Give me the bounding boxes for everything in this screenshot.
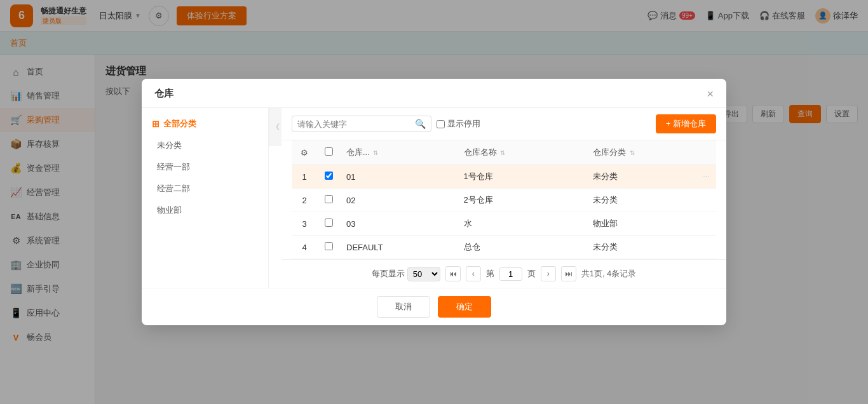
category-item-uncategorized[interactable]: 未分类: [142, 135, 268, 156]
category-label: 物业部: [157, 205, 182, 215]
page-total: 共1页, 4条记录: [581, 268, 637, 279]
row-checkbox[interactable]: [325, 195, 333, 203]
first-page-button[interactable]: ⏮: [445, 266, 461, 281]
row-code: 03: [340, 212, 458, 236]
row-category: 未分类: [587, 189, 716, 212]
row-code: 02: [340, 189, 458, 212]
row-checkbox[interactable]: [325, 172, 333, 180]
row-code: 01: [340, 165, 458, 189]
next-page-icon: ›: [547, 269, 550, 278]
th-code-label: 仓库...: [346, 147, 370, 157]
th-settings: ⚙: [292, 140, 317, 165]
table-toolbar: 🔍 显示停用 + 新增仓库: [281, 108, 726, 140]
row-checkbox[interactable]: [325, 242, 333, 250]
modal-overlay: 仓库 × ⊞ 全部分类 未分类 经营一部 经营二部: [0, 0, 868, 404]
row-name: 水: [458, 212, 587, 236]
row-checkbox-cell: [317, 236, 340, 259]
cancel-button[interactable]: 取消: [377, 296, 430, 318]
th-name-label: 仓库名称: [464, 147, 497, 157]
category-item-ops1[interactable]: 经营一部: [142, 156, 268, 178]
th-checkbox: [317, 140, 340, 165]
warehouse-table: ⚙ 仓库... ⇅ 仓库名称: [292, 140, 716, 259]
search-input[interactable]: [297, 119, 415, 129]
row-name: 2号仓库: [458, 189, 587, 212]
warehouse-table-wrap: ⚙ 仓库... ⇅ 仓库名称: [281, 140, 726, 259]
row-checkbox-cell: [317, 212, 340, 236]
confirm-button[interactable]: 确定: [438, 296, 491, 318]
show-disabled-label[interactable]: 显示停用: [437, 118, 480, 130]
search-input-wrap: 🔍: [292, 116, 431, 132]
table-row[interactable]: 2 02 2号仓库 未分类: [292, 189, 716, 212]
row-actions-icon[interactable]: ···: [703, 171, 710, 180]
row-name: 1号仓库: [458, 165, 587, 189]
pagination: 每页显示 50 10 20 100 ⏮ ‹ 第: [281, 259, 726, 288]
row-category: 未分类···: [587, 165, 716, 189]
prev-page-icon: ‹: [472, 269, 475, 278]
row-name: 总仓: [458, 236, 587, 259]
row-num: 2: [292, 189, 317, 212]
prev-page-button[interactable]: ‹: [466, 266, 481, 281]
th-code: 仓库... ⇅: [340, 140, 458, 165]
show-disabled-checkbox[interactable]: [437, 120, 445, 128]
row-checkbox-cell: [317, 165, 340, 189]
table-row[interactable]: 4 DEFAULT 总仓 未分类: [292, 236, 716, 259]
row-num: 1: [292, 165, 317, 189]
all-categories-label: 全部分类: [163, 118, 196, 130]
collapse-sidebar-button[interactable]: 《: [269, 108, 281, 146]
row-code: DEFAULT: [340, 236, 458, 259]
category-label: 经营二部: [157, 184, 190, 193]
next-page-button[interactable]: ›: [541, 266, 556, 281]
last-page-button[interactable]: ⏭: [561, 266, 576, 281]
table-row[interactable]: 3 03 水 物业部: [292, 212, 716, 236]
dialog-header: 仓库 ×: [142, 79, 726, 108]
right-panel: 🔍 显示停用 + 新增仓库 ⚙: [281, 108, 726, 288]
th-category-label: 仓库分类: [593, 147, 626, 157]
sort-icon-category: ⇅: [630, 149, 635, 156]
per-page-label: 每页显示: [372, 268, 405, 279]
show-disabled-text: 显示停用: [447, 118, 480, 130]
dialog-title: 仓库: [154, 88, 173, 100]
category-label: 未分类: [157, 140, 182, 150]
th-category: 仓库分类 ⇅: [587, 140, 716, 165]
row-checkbox-cell: [317, 189, 340, 212]
row-checkbox[interactable]: [325, 219, 333, 227]
row-category: 物业部: [587, 212, 716, 236]
warehouse-dialog: 仓库 × ⊞ 全部分类 未分类 经营一部 经营二部: [142, 79, 726, 325]
category-label: 经营一部: [157, 162, 190, 172]
grid-icon: ⊞: [152, 119, 159, 129]
settings-col-icon: ⚙: [301, 148, 308, 158]
dialog-body: ⊞ 全部分类 未分类 经营一部 经营二部 物业部 《: [142, 108, 726, 288]
per-page-dropdown[interactable]: 50 10 20 100: [407, 267, 440, 281]
add-warehouse-button[interactable]: + 新增仓库: [656, 114, 716, 133]
page-label: 第: [486, 268, 494, 279]
search-icon[interactable]: 🔍: [415, 119, 426, 129]
close-button[interactable]: ×: [707, 88, 714, 100]
table-header-row: ⚙ 仓库... ⇅ 仓库名称: [292, 140, 716, 165]
dialog-footer: 取消 确定: [142, 288, 726, 325]
sort-icon-name: ⇅: [500, 149, 505, 156]
first-page-icon: ⏮: [449, 269, 457, 278]
current-page-input[interactable]: [499, 267, 522, 281]
last-page-icon: ⏭: [565, 269, 573, 278]
select-all-checkbox[interactable]: [325, 147, 333, 156]
row-num: 3: [292, 212, 317, 236]
sort-icon-code: ⇅: [373, 149, 378, 156]
category-item-property[interactable]: 物业部: [142, 199, 268, 221]
row-num: 4: [292, 236, 317, 259]
page-size-select: 每页显示 50 10 20 100: [372, 267, 440, 281]
th-name: 仓库名称 ⇅: [458, 140, 587, 165]
row-category: 未分类: [587, 236, 716, 259]
page-unit: 页: [527, 268, 536, 279]
table-row[interactable]: 1 01 1号仓库 未分类···: [292, 165, 716, 189]
all-categories-item[interactable]: ⊞ 全部分类: [142, 113, 268, 135]
category-sidebar: ⊞ 全部分类 未分类 经营一部 经营二部 物业部: [142, 108, 269, 288]
category-item-ops2[interactable]: 经营二部: [142, 178, 268, 199]
